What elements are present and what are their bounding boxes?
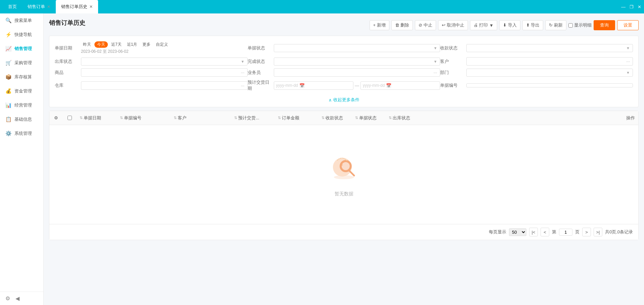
tab-sales-history[interactable]: 销售订单历史 ✕ <box>56 0 98 13</box>
filter-cell-payment-status: 收款状态 ▼ <box>440 44 633 52</box>
sort-icon-customer[interactable]: ⇅ <box>174 116 177 120</box>
th-settings[interactable]: ⚙ <box>49 115 63 120</box>
department-arrow-icon: ▼ <box>626 71 630 75</box>
outbound-status-select[interactable]: ▼ <box>81 58 248 66</box>
sidebar-item-inventory[interactable]: 📦 库存核算 <box>0 70 43 84</box>
outbound-status-arrow-icon: ▼ <box>241 60 245 64</box>
completion-status-label: 完成状态 <box>248 59 271 65</box>
date-yesterday-btn[interactable]: 昨天 <box>81 41 93 48</box>
bill-status-label: 单据状态 <box>248 45 271 51</box>
calendar-to-icon[interactable]: 📅 <box>386 83 391 88</box>
bill-status-arrow-icon: ▼ <box>433 46 437 50</box>
page-number-input[interactable] <box>559 229 572 236</box>
cancel-stop-button[interactable]: ↩ 取消中止 <box>438 20 468 30</box>
restore-icon[interactable]: ❐ <box>630 4 634 9</box>
export-button[interactable]: ⬆ 导出 <box>522 20 544 30</box>
system-icon: ⚙️ <box>5 130 12 137</box>
filter-cell-salesperson: 业务员 ··· <box>248 68 440 77</box>
calendar-from-icon[interactable]: 📅 <box>299 83 305 88</box>
sidebar-item-purchase-label: 采购管理 <box>14 60 32 66</box>
collapse-row: ∧ 收起更多条件 <box>49 93 638 103</box>
data-table: ⚙ ⇅ 单据日期 ⇅ 单据编号 ⇅ 客户 ⇅ <box>49 111 639 240</box>
top-bar: 首页 销售订单 ✕ 销售订单历史 ✕ — ❐ ✕ <box>0 0 644 13</box>
toolbar: + 新增 🗑 删除 ⊘ 中止 ↩ 取消中止 🖨 打印 ▼ ⬇ 导入 <box>370 20 639 30</box>
tab-sales-history-close[interactable]: ✕ <box>89 4 93 9</box>
sidebar-item-operations[interactable]: 📊 经营管理 <box>0 98 43 112</box>
table-settings-icon[interactable]: ⚙ <box>54 115 58 120</box>
query-button[interactable]: 查询 <box>594 20 615 30</box>
date-control: 昨天 今天 近7天 近1月 更多 自定义 2023-06-02 至 2023-0… <box>81 41 248 54</box>
svg-point-3 <box>342 162 350 170</box>
sort-icon-payment[interactable]: ⇅ <box>321 116 325 120</box>
date-1month-btn[interactable]: 近1月 <box>125 41 139 48</box>
tab-home[interactable]: 首页 <box>3 0 22 13</box>
close-window-icon[interactable]: ✕ <box>638 4 641 9</box>
date-7days-btn[interactable]: 近7天 <box>109 41 124 48</box>
prev-page-button[interactable]: < <box>541 228 549 236</box>
sort-icon-delivery[interactable]: ⇅ <box>234 116 237 120</box>
show-detail-checkbox[interactable] <box>568 23 573 28</box>
sidebar-item-finance[interactable]: 💰 资金管理 <box>0 84 43 98</box>
per-page-label: 每页显示 <box>489 229 506 235</box>
tab-sales-order-close[interactable]: ✕ <box>47 4 50 9</box>
per-page-select[interactable]: 50 10 20 100 <box>509 228 526 236</box>
empty-illustration <box>327 152 361 186</box>
tab-sales-order[interactable]: 销售订单 ✕ <box>22 0 56 13</box>
sidebar-item-purchase[interactable]: 🛒 采购管理 <box>0 56 43 70</box>
delivery-date-from: yyyy-mm-dd <box>276 83 298 88</box>
print-button[interactable]: 🖨 打印 ▼ <box>470 20 498 30</box>
operations-icon: 📊 <box>5 102 12 108</box>
date-more-btn[interactable]: 更多 <box>140 41 153 48</box>
chevron-up-icon: ∧ <box>329 98 332 103</box>
customer-more-icon[interactable]: ··· <box>626 59 630 64</box>
sort-icon-bill-status[interactable]: ⇅ <box>355 116 358 120</box>
tab-sales-order-label: 销售订单 <box>28 4 45 10</box>
department-label: 部门 <box>440 70 464 76</box>
refresh-button[interactable]: ↻ 刷新 <box>545 20 566 30</box>
completion-status-select[interactable]: ▼ <box>274 58 440 66</box>
delete-button[interactable]: 🗑 删除 <box>391 20 413 30</box>
sidebar-item-quicknav[interactable]: ⚡ 快捷导航 <box>0 28 43 42</box>
th-actions: 操作 <box>419 115 638 121</box>
select-all-checkbox[interactable] <box>68 116 72 120</box>
filter-panel: 单据日期 昨天 今天 近7天 近1月 更多 自定义 2023-06-02 至 2… <box>49 36 639 107</box>
completion-status-arrow-icon: ▼ <box>433 60 437 64</box>
date-custom-btn[interactable]: 自定义 <box>154 41 170 48</box>
sidebar-item-search[interactable]: 🔍 搜索菜单 <box>0 13 43 28</box>
page-title: 销售订单历史 <box>49 19 85 27</box>
sort-icon-date[interactable]: ⇅ <box>80 116 83 120</box>
bill-status-select[interactable]: ▼ <box>274 44 440 52</box>
salesperson-label: 业务员 <box>248 70 271 76</box>
sidebar-item-sales[interactable]: 📈 销售管理 <box>0 42 43 56</box>
sort-icon-number[interactable]: ⇅ <box>120 116 123 120</box>
warehouse-label: 仓库 <box>55 82 78 88</box>
collapse-button[interactable]: ∧ 收起更多条件 <box>329 96 359 103</box>
product-more-icon[interactable]: ··· <box>241 70 245 75</box>
new-button[interactable]: + 新增 <box>370 20 389 30</box>
minimize-icon[interactable]: — <box>621 4 626 9</box>
first-page-button[interactable]: |< <box>529 228 538 236</box>
content-area: 销售订单历史 + 新增 🗑 删除 ⊘ 中止 ↩ 取消中止 🖨 打印 ▼ <box>44 13 644 305</box>
sort-icon-outbound[interactable]: ⇅ <box>389 116 392 120</box>
sidebar-settings-icon[interactable]: ⚙ <box>5 295 10 302</box>
main-layout: 🔍 搜索菜单 ⚡ 快捷导航 📈 销售管理 🛒 采购管理 📦 库存核算 💰 资金管… <box>0 13 644 305</box>
stop-button[interactable]: ⊘ 中止 <box>415 20 436 30</box>
sidebar-item-system[interactable]: ⚙️ 系统管理 <box>0 126 43 141</box>
warehouse-more-icon[interactable]: ··· <box>241 83 245 88</box>
payment-status-select[interactable]: ▼ <box>466 44 633 52</box>
th-payment-status: ⇅ 收款状态 <box>318 115 352 121</box>
salesperson-more-icon[interactable]: ··· <box>433 70 437 75</box>
filter-cell-completion-status: 完成状态 ▼ <box>248 58 440 66</box>
payment-status-arrow-icon: ▼ <box>626 46 630 50</box>
show-detail-checkbox-label[interactable]: 显示明细 <box>568 22 592 28</box>
date-today-btn[interactable]: 今天 <box>94 41 108 48</box>
sidebar-collapse-icon[interactable]: ◀ <box>15 295 19 302</box>
sidebar-item-basic-info[interactable]: 📋 基础信息 <box>0 112 43 126</box>
filter-settings-button[interactable]: 设置 <box>617 20 639 30</box>
sort-icon-amount[interactable]: ⇅ <box>278 116 281 120</box>
next-page-button[interactable]: > <box>582 228 591 236</box>
department-select[interactable]: ▼ <box>466 69 633 77</box>
last-page-button[interactable]: >| <box>594 228 602 236</box>
th-checkbox <box>63 116 76 120</box>
import-button[interactable]: ⬇ 导入 <box>499 20 520 30</box>
